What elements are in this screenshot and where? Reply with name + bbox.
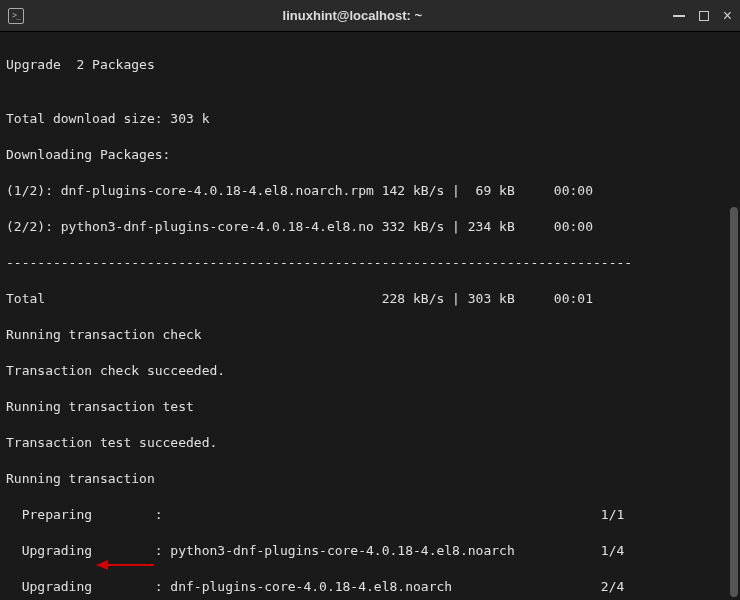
scrollbar-thumb[interactable]	[730, 207, 738, 597]
titlebar: linuxhint@localhost: ~ ×	[0, 0, 740, 32]
output-line: Running transaction check	[6, 326, 734, 344]
output-line: (2/2): python3-dnf-plugins-core-4.0.18-4…	[6, 218, 734, 236]
close-button[interactable]: ×	[723, 8, 732, 24]
output-line: ----------------------------------------…	[6, 254, 734, 272]
window-controls: ×	[673, 8, 732, 24]
svg-marker-1	[96, 560, 108, 570]
terminal-icon	[8, 8, 24, 24]
output-line: Upgrading : python3-dnf-plugins-core-4.0…	[6, 542, 734, 560]
maximize-button[interactable]	[699, 11, 709, 21]
output-line: Running transaction	[6, 470, 734, 488]
terminal-body[interactable]: Upgrade 2 Packages Total download size: …	[0, 32, 740, 600]
annotation-arrow-icon	[96, 558, 156, 572]
output-line: Upgrade 2 Packages	[6, 56, 734, 74]
output-line: Running transaction test	[6, 398, 734, 416]
output-line: Upgrading : dnf-plugins-core-4.0.18-4.el…	[6, 578, 734, 596]
window-title: linuxhint@localhost: ~	[32, 8, 673, 23]
output-line: Preparing : 1/1	[6, 506, 734, 524]
output-line: Total 228 kB/s | 303 kB 00:01	[6, 290, 734, 308]
output-line: Downloading Packages:	[6, 146, 734, 164]
output-line: Transaction check succeeded.	[6, 362, 734, 380]
output-line: Transaction test succeeded.	[6, 434, 734, 452]
minimize-button[interactable]	[673, 15, 685, 17]
output-line: Total download size: 303 k	[6, 110, 734, 128]
output-line: (1/2): dnf-plugins-core-4.0.18-4.el8.noa…	[6, 182, 734, 200]
